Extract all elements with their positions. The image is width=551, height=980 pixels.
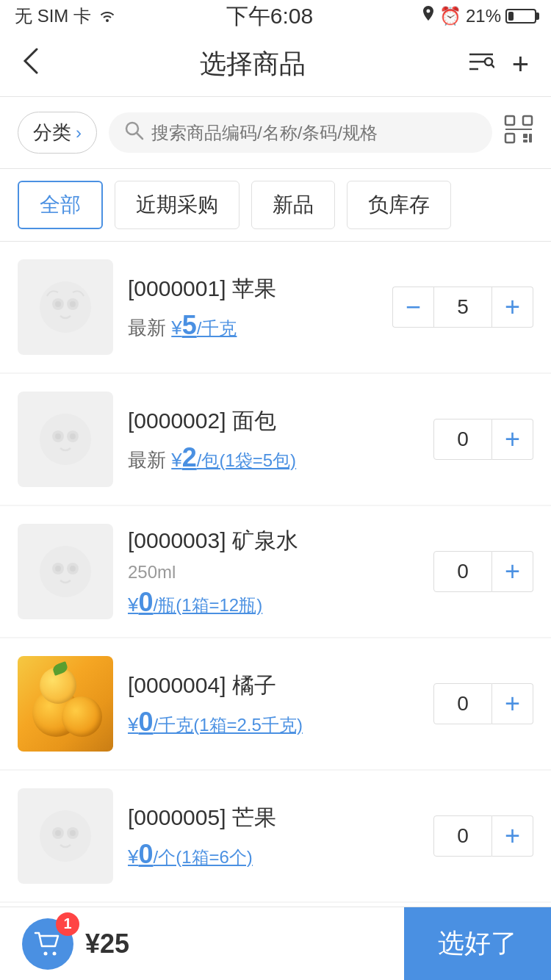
svg-point-29 — [40, 810, 91, 862]
quantity-control-3: + — [433, 551, 533, 592]
total-price: ¥25 — [85, 929, 129, 959]
status-carrier: 无 SIM 卡 — [15, 4, 118, 28]
price-currency: ¥ — [128, 713, 138, 735]
price-currency: ¥ — [128, 846, 138, 868]
page-title: 选择商品 — [200, 46, 306, 82]
carrier-text: 无 SIM 卡 — [15, 4, 91, 28]
price-value: 0 — [138, 707, 153, 737]
tab-new[interactable]: 新品 — [251, 181, 335, 229]
category-button[interactable]: 分类 › — [18, 112, 97, 154]
scan-icon[interactable] — [504, 115, 533, 151]
status-time: 下午6:08 — [226, 1, 313, 32]
svg-point-17 — [55, 301, 61, 307]
list-item: [0000005] 芒果 ¥0/个(1箱=6个) + — [0, 771, 551, 901]
add-button[interactable]: + — [512, 48, 529, 81]
svg-rect-11 — [523, 134, 527, 138]
increase-button-5[interactable]: + — [492, 815, 533, 857]
product-price-5: ¥0/个(1箱=6个) — [128, 839, 419, 870]
battery-icon — [505, 9, 536, 24]
quantity-input-1[interactable] — [433, 287, 492, 328]
svg-line-6 — [137, 133, 143, 139]
quantity-control-1: − + — [392, 287, 533, 328]
price-value: 0 — [138, 839, 153, 869]
search-input[interactable] — [151, 123, 478, 143]
location-icon — [422, 6, 435, 26]
wifi-icon — [97, 6, 118, 26]
product-name-3: [0000003] 矿泉水 — [128, 526, 419, 556]
bottom-bar: 1 ¥25 选好了 — [0, 907, 551, 980]
status-bar: 无 SIM 卡 下午6:08 ⏰ 21% — [0, 0, 551, 32]
price-prefix: 最新 ¥ — [128, 449, 182, 471]
search-box — [109, 112, 492, 153]
list-item: [0000001] 苹果 最新 ¥5/千克 − + — [0, 242, 551, 372]
product-name-1: [0000001] 苹果 — [128, 274, 378, 304]
cart-icon-wrap: 1 — [22, 918, 73, 970]
product-price-3: ¥0/瓶(1箱=12瓶) — [128, 587, 419, 618]
svg-point-33 — [70, 830, 76, 836]
svg-point-22 — [55, 433, 61, 439]
svg-line-4 — [491, 64, 494, 68]
product-image-4 — [18, 656, 113, 752]
quantity-input-5[interactable] — [433, 815, 492, 857]
product-image-3 — [18, 524, 113, 619]
confirm-button[interactable]: 选好了 — [404, 907, 551, 981]
nav-left — [22, 48, 38, 81]
svg-rect-8 — [505, 134, 514, 143]
svg-point-28 — [70, 566, 76, 572]
svg-rect-7 — [505, 116, 514, 125]
product-price-2: 最新 ¥2/包(1袋=5包) — [128, 442, 419, 473]
tab-recent[interactable]: 近期采购 — [115, 181, 240, 229]
product-name-2: [0000002] 面包 — [128, 406, 419, 436]
quantity-input-3[interactable] — [433, 551, 492, 592]
product-info-1: [0000001] 苹果 最新 ¥5/千克 — [128, 274, 378, 341]
alarm-icon: ⏰ — [439, 6, 461, 26]
svg-point-23 — [70, 433, 76, 439]
increase-button-2[interactable]: + — [492, 419, 533, 460]
product-price-4: ¥0/千克(1箱=2.5千克) — [128, 707, 419, 738]
status-indicators: ⏰ 21% — [422, 6, 536, 26]
product-list: [0000001] 苹果 最新 ¥5/千克 − + [0000002] 面包 — [0, 242, 551, 980]
svg-point-27 — [55, 566, 61, 572]
svg-point-14 — [40, 281, 91, 333]
quantity-control-2: + — [433, 419, 533, 460]
search-icon — [123, 120, 144, 145]
back-button[interactable] — [22, 48, 38, 81]
category-label: 分类 — [33, 120, 71, 145]
increase-button-3[interactable]: + — [492, 551, 533, 592]
tab-all[interactable]: 全部 — [18, 181, 103, 229]
decrease-button-1[interactable]: − — [392, 287, 433, 328]
price-value: 2 — [182, 442, 197, 472]
product-image-1 — [18, 259, 113, 355]
cart-badge: 1 — [56, 912, 79, 936]
product-image-5 — [18, 788, 113, 884]
battery-percentage: 21% — [466, 6, 501, 26]
quantity-input-4[interactable] — [433, 683, 492, 724]
price-value: 5 — [182, 310, 197, 340]
increase-button-4[interactable]: + — [492, 683, 533, 724]
quantity-input-2[interactable] — [433, 419, 492, 460]
product-spec-3: 250ml — [128, 562, 419, 583]
nav-right: + — [468, 48, 529, 81]
product-info-5: [0000005] 芒果 ¥0/个(1箱=6个) — [128, 803, 419, 870]
list-item: [0000004] 橘子 ¥0/千克(1箱=2.5千克) + — [0, 638, 551, 769]
filter-bar: 分类 › — [0, 97, 551, 169]
svg-rect-12 — [529, 134, 532, 143]
product-info-3: [0000003] 矿泉水 250ml ¥0/瓶(1箱=12瓶) — [128, 526, 419, 618]
price-unit: /瓶(1箱=12瓶) — [154, 595, 263, 615]
price-unit: /千克(1箱=2.5千克) — [154, 715, 303, 735]
filter-icon[interactable] — [468, 49, 494, 80]
svg-point-42 — [44, 951, 48, 955]
svg-point-32 — [55, 830, 61, 836]
quantity-control-5: + — [433, 815, 533, 857]
svg-point-18 — [70, 301, 76, 307]
product-info-4: [0000004] 橘子 ¥0/千克(1箱=2.5千克) — [128, 671, 419, 738]
product-info-2: [0000002] 面包 最新 ¥2/包(1袋=5包) — [128, 406, 419, 473]
nav-bar: 选择商品 + — [0, 32, 551, 97]
tab-negative[interactable]: 负库存 — [347, 181, 451, 229]
product-price-1: 最新 ¥5/千克 — [128, 310, 378, 341]
increase-button-1[interactable]: + — [492, 287, 533, 328]
svg-point-19 — [40, 414, 91, 465]
svg-rect-9 — [523, 116, 532, 125]
product-image-2 — [18, 392, 113, 487]
product-name-4: [0000004] 橘子 — [128, 671, 419, 701]
